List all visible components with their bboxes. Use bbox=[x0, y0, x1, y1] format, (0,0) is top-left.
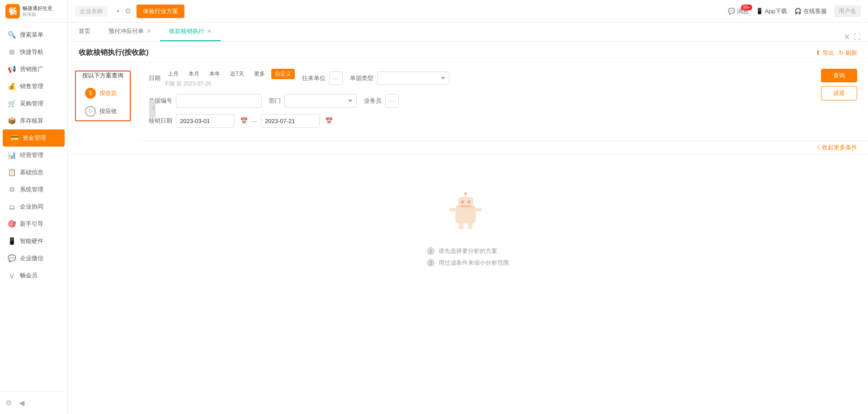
sidebar-item-系统管理[interactable]: ⚙系统管理 bbox=[0, 181, 67, 198]
filter-panel: 按以下方案查询 $ 按收款 ↻ 按应收 bbox=[75, 71, 131, 121]
calendar-end-icon[interactable]: 📅 bbox=[325, 117, 333, 124]
topbar-brand: 企业名称 bbox=[75, 6, 108, 17]
sidebar-item-销售管理[interactable]: 💰销售管理 bbox=[0, 78, 67, 95]
page-header-actions: ⬆ 导出 ↻ 刷新 bbox=[816, 49, 857, 57]
date-more-btn[interactable]: 更多 bbox=[250, 69, 269, 79]
svg-rect-7 bbox=[449, 208, 456, 211]
bill-no-input[interactable] bbox=[176, 94, 262, 108]
verify-date-field: 核销日期 📅 — 📅 bbox=[149, 114, 333, 128]
tab-close-prepay[interactable]: ✕ bbox=[146, 28, 151, 34]
verify-date-start-input[interactable] bbox=[176, 114, 235, 128]
tabs-bar: 首页 预付冲应付单 ✕ 收款核销执行 ✕ ✕ ⛶ bbox=[68, 23, 868, 42]
svg-point-2 bbox=[461, 200, 464, 204]
date-7days-btn[interactable]: 近7天 bbox=[226, 69, 248, 79]
receipt-filter-icon: $ bbox=[85, 88, 96, 99]
headset-icon: 🎧 bbox=[794, 8, 802, 14]
sidebar-item-畅会员[interactable]: V畅会员 bbox=[0, 267, 67, 284]
date-this-year-btn[interactable]: 本年 bbox=[206, 69, 224, 79]
filter-option-by-receipt[interactable]: $ 按收款 bbox=[76, 84, 130, 102]
svg-rect-10 bbox=[468, 223, 473, 229]
sidebar-item-快捷导航[interactable]: ⊞快捷导航 bbox=[0, 43, 67, 61]
sidebar-nav: 🔍搜索菜单⊞快捷导航📢营销推广💰销售管理🛒采购管理📦库存核算💳资金管理📊经营管理… bbox=[0, 23, 67, 391]
calendar-start-icon[interactable]: 📅 bbox=[240, 117, 248, 124]
empty-tips: 1 请先选择要分析的方案 2 用过滤条件来缩小分析范围 bbox=[427, 245, 509, 269]
dept-select[interactable] bbox=[284, 94, 357, 108]
svg-rect-4 bbox=[461, 205, 471, 207]
date-separator: — bbox=[251, 118, 257, 124]
collapse-up-icon: 《 bbox=[814, 143, 820, 152]
staff-picker-btn[interactable]: ··· bbox=[385, 94, 399, 108]
svg-rect-9 bbox=[459, 223, 464, 229]
close-tab-icon[interactable]: ✕ bbox=[844, 33, 850, 41]
sidebar-item-营销推广[interactable]: 📢营销推广 bbox=[0, 61, 67, 78]
date-this-month-btn[interactable]: 本月 bbox=[185, 69, 203, 79]
page-title: 收款核销执行(按收款) bbox=[79, 48, 149, 57]
svg-point-6 bbox=[464, 192, 467, 195]
sidebar-item-资金管理[interactable]: 💳资金管理 bbox=[3, 129, 65, 147]
refresh-icon: ↻ bbox=[839, 49, 844, 56]
settings-icon[interactable]: ⚙ bbox=[5, 399, 12, 407]
empty-tip-1: 1 请先选择要分析的方案 bbox=[427, 245, 509, 257]
sidebar-item-采购管理[interactable]: 🛒采购管理 bbox=[0, 95, 67, 112]
tab-prepay[interactable]: 预付冲应付单 ✕ bbox=[99, 22, 160, 41]
date-custom-btn[interactable]: 自定义 bbox=[271, 69, 295, 79]
query-button[interactable]: 查询 bbox=[821, 69, 857, 82]
query-area: 按以下方案查询 $ 按收款 ↻ 按应收 《 bbox=[68, 62, 868, 155]
query-actions: 查询 设置 bbox=[821, 62, 868, 140]
settings-button[interactable]: 设置 bbox=[821, 86, 857, 100]
topbar-user: 用户名 bbox=[834, 5, 861, 17]
sidebar-item-经营管理[interactable]: 📊经营管理 bbox=[0, 147, 67, 164]
page-header: 收款核销执行(按收款) ⬆ 导出 ↻ 刷新 bbox=[68, 42, 868, 62]
verify-date-end-input[interactable] bbox=[261, 114, 320, 128]
solution-button[interactable]: 体验行业方案 bbox=[137, 5, 184, 18]
dept-field: 部门 bbox=[269, 94, 357, 108]
sidebar-item-企业协同[interactable]: 🗂企业协同 bbox=[0, 198, 67, 215]
svg-rect-8 bbox=[476, 208, 482, 211]
query-row-3: 核销日期 📅 — 📅 bbox=[149, 114, 810, 128]
staff-field: 业务员 ··· bbox=[364, 94, 399, 108]
topbar-dropdown-icon[interactable]: ▾ bbox=[117, 8, 119, 14]
online-service-button[interactable]: 🎧 在线客服 bbox=[794, 7, 827, 15]
date-quick-btns: 上月 本月 本年 近7天 更多 自定义 bbox=[164, 69, 295, 79]
sidebar-logo: 畅 畅捷通好生意 标准版 bbox=[0, 0, 67, 23]
export-button[interactable]: ⬆ 导出 bbox=[816, 49, 834, 57]
bill-type-field: 单据类型 bbox=[350, 71, 449, 85]
date-last-month-btn[interactable]: 上月 bbox=[164, 69, 182, 79]
query-fields-wrap: 日期 上月 本月 本年 近7天 更多 自定义 bbox=[138, 62, 868, 154]
page-inner: 收款核销执行(按收款) ⬆ 导出 ↻ 刷新 按以下方案 bbox=[68, 42, 868, 414]
topbar: 企业名称 ▾ ⚙ 体验行业方案 💬 消息 99+ 📱 App下载 🎧 在线客服 … bbox=[68, 0, 868, 23]
page-body: 收款核销执行(按收款) ⬆ 导出 ↻ 刷新 按以下方案 bbox=[68, 42, 868, 414]
date-field: 日期 上月 本月 本年 近7天 更多 自定义 bbox=[149, 69, 295, 88]
tab-collection[interactable]: 收款核销执行 ✕ bbox=[160, 22, 221, 41]
bill-type-label: 单据类型 bbox=[350, 74, 373, 82]
message-icon: 💬 bbox=[728, 8, 735, 14]
topbar-right: 💬 消息 99+ 📱 App下载 🎧 在线客服 用户名 bbox=[728, 5, 861, 17]
partner-field: 往来单位 ··· bbox=[302, 71, 343, 85]
collapse-more-button[interactable]: 《 收起更多条件 bbox=[138, 140, 868, 154]
topbar-gear-icon[interactable]: ⚙ bbox=[125, 7, 131, 15]
receivable-filter-icon: ↻ bbox=[85, 106, 96, 117]
date-range-hint: 不限 至 2023-07-26 bbox=[164, 80, 295, 88]
tab-close-collection[interactable]: ✕ bbox=[207, 28, 212, 34]
filter-option-by-receivable[interactable]: ↻ 按应收 bbox=[76, 102, 130, 120]
export-icon: ⬆ bbox=[816, 49, 821, 56]
sidebar-item-智能硬件[interactable]: 📱智能硬件 bbox=[0, 233, 67, 250]
sidebar-item-搜索菜单[interactable]: 🔍搜索菜单 bbox=[0, 26, 67, 43]
collapse-sidebar-icon[interactable]: ◀ bbox=[19, 399, 24, 407]
svg-point-3 bbox=[467, 200, 471, 204]
partner-picker-btn[interactable]: ··· bbox=[329, 71, 343, 85]
partner-label: 往来单位 bbox=[302, 74, 326, 82]
sidebar-item-企业微信[interactable]: 💬企业微信 bbox=[0, 250, 67, 267]
app-download-button[interactable]: 📱 App下载 bbox=[756, 7, 787, 15]
collapse-panel-icon[interactable]: 《 bbox=[149, 100, 156, 118]
query-fields-actions-row: 日期 上月 本月 本年 近7天 更多 自定义 bbox=[138, 62, 868, 140]
tabs-actions: ✕ ⛶ bbox=[844, 33, 868, 41]
sidebar-item-新手引导[interactable]: 🎯新手引导 bbox=[0, 215, 67, 233]
refresh-button[interactable]: ↻ 刷新 bbox=[839, 49, 857, 57]
tab-home[interactable]: 首页 bbox=[68, 22, 99, 41]
message-button[interactable]: 💬 消息 99+ bbox=[728, 7, 749, 15]
sidebar-item-库存核算[interactable]: 📦库存核算 bbox=[0, 112, 67, 129]
expand-tab-icon[interactable]: ⛶ bbox=[854, 33, 861, 41]
bill-type-select[interactable] bbox=[377, 71, 449, 85]
sidebar-item-基础信息[interactable]: 📋基础信息 bbox=[0, 164, 67, 181]
